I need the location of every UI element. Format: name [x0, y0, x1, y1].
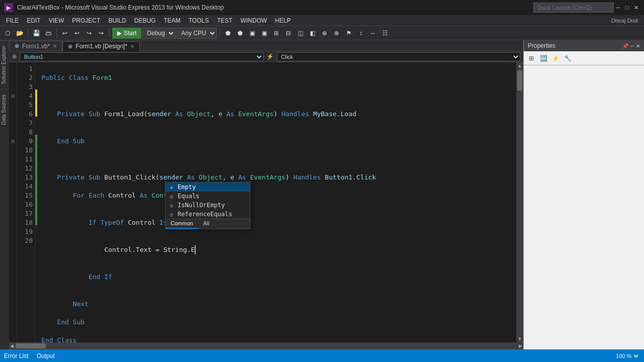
menu-window[interactable]: WINDOW [236, 16, 271, 25]
menu-team[interactable]: TEAM [159, 16, 184, 25]
properties-header: Properties 📌 ─ ✕ [524, 40, 644, 51]
fold-marker-1[interactable]: ⊟ [9, 92, 17, 101]
toolbar-btn-b[interactable]: ⬟ [234, 28, 246, 39]
tab-form1-design-close[interactable]: ✕ [130, 44, 134, 49]
prop-pages-btn[interactable]: 🔧 [562, 53, 573, 64]
class-dropdown[interactable]: Button1 [20, 52, 264, 61]
toolbar-btn-h[interactable]: ◧ [307, 28, 318, 39]
start-label: Start [124, 30, 136, 37]
ac-label-equals: Equals [178, 193, 199, 200]
prop-alphabetical-btn[interactable]: 🔤 [538, 53, 549, 64]
menu-project[interactable]: PROJECT [68, 16, 104, 25]
user-label: Dhiraj Dixit [611, 18, 642, 24]
scrollbar-left[interactable]: ◀ [9, 342, 15, 349]
code-editor[interactable]: ⊟ ⊟ 1 2 3 4 5 6 7 8 9 10 11 1 [9, 62, 523, 342]
tab-form1-design[interactable]: ⊕ Form1.vb [Design]* ✕ [62, 41, 140, 51]
toolbar-new[interactable]: ⬡ [2, 28, 13, 39]
bottom-tab-output[interactable]: Output [37, 352, 55, 359]
ac-item-referenceequals[interactable]: ◎ ReferenceEquals [166, 210, 250, 219]
prop-pin-btn[interactable]: 📌 [622, 43, 628, 49]
toolbar-open[interactable]: 📂 [14, 28, 25, 39]
toolbar-btn-l[interactable]: ↕ [355, 28, 366, 39]
menu-build[interactable]: BUILD [104, 16, 130, 25]
code-content[interactable]: Public Class Form1 Private Sub Form1_Loa… [37, 62, 516, 342]
scrollbar-right[interactable]: ▶ [518, 342, 523, 349]
method-dropdown[interactable]: Click [277, 52, 521, 61]
sidebar-solution-explorer[interactable]: Solution Explorer [0, 40, 9, 89]
prop-categorized-btn[interactable]: ⊞ [526, 53, 537, 64]
ac-item-empty[interactable]: ◆ Empty [166, 183, 250, 192]
ac-tab-common[interactable]: Common [166, 219, 198, 229]
menu-file[interactable]: FILE [2, 16, 23, 25]
scrollbar-thumb[interactable] [517, 70, 522, 90]
platform-select[interactable]: Any CPU [177, 28, 217, 39]
toolbar-btn-g[interactable]: ◫ [295, 28, 306, 39]
toolbar-btn-n[interactable]: ☷ [379, 28, 390, 39]
tab-form1-vb-close[interactable]: ✕ [53, 43, 57, 49]
ac-icon-isnullorempty: ◎ [169, 202, 175, 208]
close-btn[interactable]: ✕ [632, 4, 640, 12]
prop-close-btn[interactable]: ✕ [636, 43, 640, 49]
start-button[interactable]: ▶ Start [112, 28, 141, 39]
toolbar-btn-f[interactable]: ⊟ [283, 28, 294, 39]
tab-form1-vb[interactable]: ⊕ Form1.vb* ✕ [9, 41, 62, 51]
sep3 [109, 29, 110, 38]
main-layout: Solution Explorer Data Sources ⊕ Form1.v… [0, 40, 644, 349]
scrollbar-down[interactable]: ▼ [517, 335, 523, 342]
toolbar-save[interactable]: 💾 [31, 28, 42, 39]
menu-help[interactable]: HELP [271, 16, 295, 25]
properties-panel: Properties 📌 ─ ✕ ⊞ 🔤 ⚡ 🔧 [523, 40, 644, 349]
toolbar-saveall[interactable]: 🗃 [43, 28, 54, 39]
toolbar-redo2[interactable]: ↪ [96, 28, 107, 39]
ac-item-equals[interactable]: ◎ Equals [166, 192, 250, 201]
ac-label-isnullorempty: IsNullOrEmpty [178, 202, 225, 209]
toolbar-btn-m[interactable]: ↔ [367, 28, 378, 39]
quick-launch-input[interactable] [533, 3, 614, 13]
file-header: ⊕ Button1 ⚡ Click [9, 51, 523, 62]
menu-test[interactable]: TEST [213, 16, 236, 25]
fold-marker-2[interactable]: ⊟ [9, 137, 17, 146]
scrollbar-up[interactable]: ▲ [517, 62, 523, 69]
vs-logo: ▶ [4, 3, 13, 12]
tab-form1-design-label: Form1.vb [Design]* [75, 43, 127, 50]
bottom-tab-error-list[interactable]: Error List [4, 352, 29, 359]
title-text: ClearAllTextBox - Microsoft Visual Studi… [17, 4, 533, 11]
toolbar-btn-a[interactable]: ⬟ [222, 28, 233, 39]
menu-bar: FILE EDIT VIEW PROJECT BUILD DEBUG TEAM … [0, 15, 644, 26]
toolbar-undo2[interactable]: ↩ [71, 28, 83, 39]
menu-tools[interactable]: TOOLS [185, 16, 213, 25]
toolbar-undo[interactable]: ↩ [59, 28, 70, 39]
prop-events-btn[interactable]: ⚡ [550, 53, 561, 64]
sidebar-data-sources[interactable]: Data Sources [0, 89, 9, 130]
toolbar-btn-d[interactable]: ▣ [259, 28, 270, 39]
vertical-scrollbar[interactable]: ▲ ▼ [516, 62, 523, 342]
line-numbers: 1 2 3 4 5 6 7 8 9 10 11 12 13 14 15 16 1… [17, 62, 35, 342]
title-bar: ▶ ClearAllTextBox - Microsoft Visual Stu… [0, 0, 644, 15]
maximize-btn[interactable]: □ [623, 4, 631, 12]
zoom-select[interactable]: 100 % [614, 352, 640, 359]
ac-icon-equals: ◎ [169, 193, 175, 199]
minimize-btn[interactable]: ─ [614, 4, 622, 12]
toolbar-btn-c[interactable]: ▣ [247, 28, 258, 39]
scrollbar-hthumb[interactable] [16, 343, 46, 348]
outlining-gutter: ⊟ ⊟ [9, 62, 17, 342]
menu-edit[interactable]: EDIT [23, 16, 44, 25]
ac-tabs: Common All [166, 219, 250, 229]
autocomplete-popup: ◆ Empty ◎ Equals ◎ IsNullOrEmpty ◎ Refer… [165, 182, 251, 229]
ac-tab-all[interactable]: All [198, 219, 214, 229]
debug-mode-select[interactable]: Debug [142, 28, 176, 39]
left-sidebar-tabs: Solution Explorer Data Sources [0, 40, 9, 349]
horizontal-scrollbar[interactable]: ◀ ▶ [9, 342, 523, 349]
ac-item-isnullorempty[interactable]: ◎ IsNullOrEmpty [166, 201, 250, 210]
menu-debug[interactable]: DEBUG [130, 16, 160, 25]
ac-icon-empty: ◆ [169, 184, 175, 190]
ac-label-referenceequals: ReferenceEquals [178, 211, 232, 218]
toolbar-btn-k[interactable]: ⚑ [343, 28, 354, 39]
toolbar-btn-i[interactable]: ⊕ [319, 28, 330, 39]
toolbar-btn-j[interactable]: ⊗ [331, 28, 342, 39]
toolbar-redo[interactable]: ↪ [84, 28, 95, 39]
toolbar-btn-e[interactable]: ⊞ [271, 28, 282, 39]
sep2 [56, 29, 57, 38]
prop-minimize-btn[interactable]: ─ [630, 43, 634, 49]
menu-view[interactable]: VIEW [45, 16, 68, 25]
